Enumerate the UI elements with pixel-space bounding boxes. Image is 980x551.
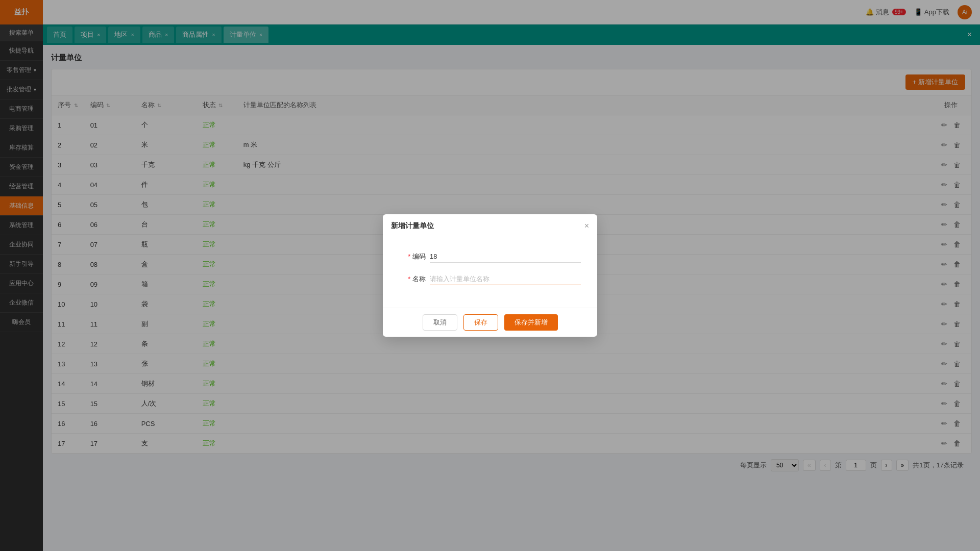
modal-overlay: 新增计量单位 × 编码 名称 取消 保存 保存并新增 xyxy=(0,0,980,551)
save-button[interactable]: 保存 xyxy=(463,314,498,331)
name-input[interactable] xyxy=(430,273,581,285)
form-row-code: 编码 xyxy=(399,251,581,263)
cancel-button[interactable]: 取消 xyxy=(423,314,457,331)
save-and-new-button[interactable]: 保存并新增 xyxy=(504,314,558,331)
code-input[interactable] xyxy=(430,251,581,263)
code-label: 编码 xyxy=(399,252,430,261)
dialog-footer: 取消 保存 保存并新增 xyxy=(383,308,597,337)
add-unit-dialog: 新增计量单位 × 编码 名称 取消 保存 保存并新增 xyxy=(383,214,597,337)
dialog-title: 新增计量单位 xyxy=(391,221,434,231)
dialog-close-button[interactable]: × xyxy=(584,222,589,230)
dialog-header: 新增计量单位 × xyxy=(383,214,597,238)
name-label: 名称 xyxy=(399,274,430,284)
form-row-name: 名称 xyxy=(399,273,581,285)
dialog-body: 编码 名称 xyxy=(383,238,597,308)
